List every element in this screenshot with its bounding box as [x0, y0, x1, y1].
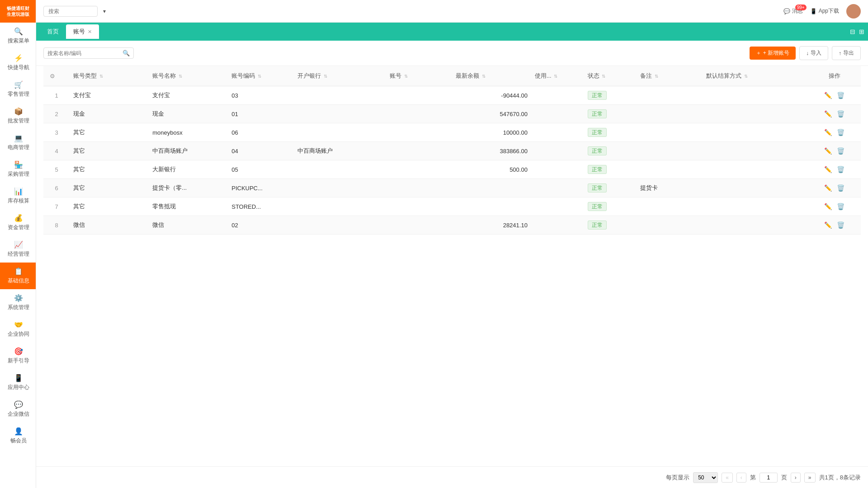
page-suffix-label: 页 — [781, 474, 787, 482]
toolbar-right: ＋ + 新增账号 ↓ 导入 ↑ 导出 — [750, 46, 861, 60]
system-icon: ⚙️ — [14, 294, 23, 302]
delete-button-0[interactable]: 🗑️ — [835, 91, 846, 100]
row-status-6: 正常 — [584, 197, 637, 216]
maximize-icon[interactable]: ⊞ — [859, 28, 864, 35]
col-status-header[interactable]: 状态 ⇅ — [584, 66, 637, 86]
purchase-icon: 🏪 — [14, 160, 23, 169]
sidebar-item-operations[interactable]: 📈 经营管理 — [0, 236, 36, 263]
row-action-4: ✏️ 🗑️ — [808, 160, 861, 179]
sidebar-item-label: 资金管理 — [8, 224, 29, 231]
app-download-button[interactable]: 📱 App下载 — [810, 7, 839, 15]
sidebar-item-wholesale[interactable]: 📦 批发管理 — [0, 103, 36, 129]
sidebar-item-search-menu[interactable]: 🔍 搜索菜单 — [0, 23, 36, 49]
tab-accounts[interactable]: 账号 ✕ — [66, 24, 99, 39]
topbar-dropdown[interactable]: ▾ — [103, 8, 106, 14]
col-bank-header[interactable]: 开户银行 ⇅ — [294, 66, 386, 86]
edit-button-6[interactable]: ✏️ — [822, 202, 834, 211]
add-account-button[interactable]: ＋ + 新增账号 — [750, 47, 796, 60]
sidebar-item-label: 新手引导 — [8, 357, 29, 365]
export-button[interactable]: ↑ 导出 — [832, 46, 861, 60]
sidebar-item-app-center[interactable]: 📱 应用中心 — [0, 369, 36, 396]
sidebar-item-inventory[interactable]: 📊 库存核算 — [0, 183, 36, 209]
row-use-0 — [531, 86, 584, 105]
row-account-3 — [386, 142, 452, 160]
col-type-header[interactable]: 账号类型 ⇅ — [70, 66, 149, 86]
delete-button-2[interactable]: 🗑️ — [835, 128, 846, 137]
topbar: ▾ 💬 消息 99+ 📱 App下载 — [36, 0, 868, 23]
ecommerce-icon: 💻 — [14, 134, 23, 142]
page-size-select[interactable]: 50 20 100 — [693, 472, 718, 483]
search-icon[interactable]: 🔍 — [123, 50, 130, 56]
next-page-button[interactable]: › — [791, 473, 801, 483]
col-code-header[interactable]: 账号编码 ⇅ — [228, 66, 294, 86]
edit-button-1[interactable]: ✏️ — [822, 109, 834, 118]
account-search-input[interactable] — [47, 50, 121, 56]
row-type-5: 其它 — [70, 179, 149, 197]
sort-bank-icon: ⇅ — [324, 74, 327, 79]
row-name-7: 微信 — [149, 216, 228, 235]
edit-button-3[interactable]: ✏️ — [822, 146, 834, 155]
edit-button-5[interactable]: ✏️ — [822, 183, 834, 192]
sidebar-item-retail[interactable]: 🛒 零售管理 — [0, 76, 36, 103]
sidebar-item-finance[interactable]: 💰 资金管理 — [0, 209, 36, 236]
row-note-0 — [637, 86, 703, 105]
col-use-header[interactable]: 使用... ⇅ — [531, 66, 584, 86]
row-default-2 — [703, 123, 808, 142]
shortcut-icon: ⚡ — [14, 54, 23, 62]
sidebar-item-guide[interactable]: 🎯 新手引导 — [0, 343, 36, 369]
sidebar-item-ecommerce[interactable]: 💻 电商管理 — [0, 129, 36, 156]
page-number-input[interactable] — [760, 473, 778, 483]
row-use-4 — [531, 160, 584, 179]
last-page-button[interactable]: » — [804, 473, 816, 483]
delete-button-3[interactable]: 🗑️ — [835, 146, 846, 155]
status-badge: 正常 — [588, 146, 607, 155]
status-badge: 正常 — [588, 91, 607, 100]
import-button[interactable]: ↓ 导入 — [799, 46, 828, 60]
sidebar-item-member[interactable]: 👤 畅会员 — [0, 422, 36, 449]
row-balance-3: 383866.00 — [452, 142, 531, 160]
sidebar-item-agreement[interactable]: 🤝 企业协同 — [0, 316, 36, 343]
col-account-header[interactable]: 账号 ⇅ — [386, 66, 452, 86]
topbar-search-input[interactable] — [43, 6, 98, 17]
sidebar-item-system[interactable]: ⚙️ 系统管理 — [0, 289, 36, 316]
row-status-7: 正常 — [584, 216, 637, 235]
sidebar-item-wechat[interactable]: 💬 企业微信 — [0, 396, 36, 422]
row-balance-4: 500.00 — [452, 160, 531, 179]
delete-button-5[interactable]: 🗑️ — [835, 183, 846, 192]
row-status-5: 正常 — [584, 179, 637, 197]
user-avatar[interactable] — [846, 4, 861, 19]
row-action-6: ✏️ 🗑️ — [808, 197, 861, 216]
tab-accounts-close[interactable]: ✕ — [88, 29, 92, 35]
content-toolbar: 🔍 ＋ + 新增账号 ↓ 导入 ↑ 导出 — [36, 41, 868, 66]
edit-button-4[interactable]: ✏️ — [822, 165, 834, 174]
message-button[interactable]: 💬 消息 99+ — [783, 7, 803, 15]
row-bank-3: 中百商场账户 — [294, 142, 386, 160]
edit-button-7[interactable]: ✏️ — [822, 221, 834, 230]
col-note-header[interactable]: 备注 ⇅ — [637, 66, 703, 86]
col-name-header[interactable]: 账号名称 ⇅ — [149, 66, 228, 86]
row-note-3 — [637, 142, 703, 160]
wechat-icon: 💬 — [14, 400, 23, 409]
col-balance-header[interactable]: 最新余额 ⇅ — [452, 66, 531, 86]
import-label: 导入 — [811, 49, 821, 57]
tab-home[interactable]: 首页 — [40, 24, 66, 39]
row-default-4 — [703, 160, 808, 179]
minimize-icon[interactable]: ⊟ — [850, 28, 855, 35]
sort-type-icon: ⇅ — [99, 74, 103, 79]
row-num-7: 8 — [43, 216, 70, 235]
sidebar-item-shortcut[interactable]: ⚡ 快捷导航 — [0, 49, 36, 76]
first-page-button[interactable]: « — [722, 473, 733, 483]
col-default-header[interactable]: 默认结算方式 ⇅ — [703, 66, 808, 86]
column-settings-icon[interactable]: ⚙ — [47, 70, 58, 81]
row-bank-2 — [294, 123, 386, 142]
row-name-0: 支付宝 — [149, 86, 228, 105]
edit-button-0[interactable]: ✏️ — [822, 91, 834, 100]
edit-button-2[interactable]: ✏️ — [822, 128, 834, 137]
delete-button-1[interactable]: 🗑️ — [835, 109, 846, 118]
sidebar-item-purchase[interactable]: 🏪 采购管理 — [0, 156, 36, 183]
delete-button-4[interactable]: 🗑️ — [835, 165, 846, 174]
delete-button-6[interactable]: 🗑️ — [835, 202, 846, 211]
delete-button-7[interactable]: 🗑️ — [835, 221, 846, 230]
prev-page-button[interactable]: ‹ — [736, 473, 746, 483]
sidebar-item-basic[interactable]: 📋 基础信息 — [0, 263, 36, 289]
